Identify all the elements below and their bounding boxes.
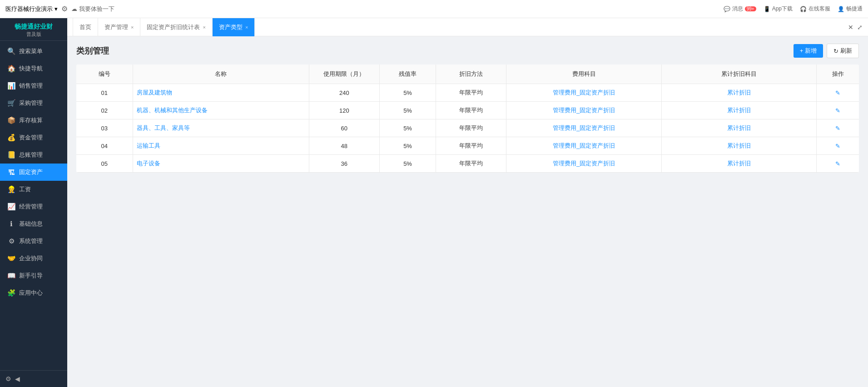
sidebar-item-系统管理[interactable]: ⚙系统管理	[0, 233, 67, 250]
tab-close-icon[interactable]: ×	[203, 25, 205, 30]
sidebar-item-资金管理[interactable]: 💰资金管理	[0, 129, 67, 146]
tab-label: 资产类型	[219, 23, 243, 31]
user-profile-button[interactable]: 👤 畅捷通	[838, 5, 863, 13]
tab-label: 固定资产折旧统计表	[147, 23, 200, 31]
sidebar-item-搜索菜单[interactable]: 🔍搜索菜单	[0, 43, 67, 60]
settings-icon[interactable]: ⚙	[61, 5, 68, 13]
sidebar-item-快捷导航[interactable]: 🏠快捷导航	[0, 60, 67, 77]
table-row: 03 器具、工具、家具等 60 5% 年限平均 管理费用_固定资产折旧 累计折旧…	[76, 119, 859, 137]
tab-close-icon[interactable]: ×	[245, 25, 248, 30]
th-expense: 费用科目	[506, 64, 661, 84]
sidebar-item-应用中心[interactable]: 🧩应用中心	[0, 284, 67, 302]
table-row: 01 房屋及建筑物 240 5% 年限平均 管理费用_固定资产折旧 累计折旧 ✎	[76, 84, 859, 102]
th-name: 名称	[133, 64, 309, 84]
cell-accum: 累计折旧	[661, 102, 816, 119]
close-tab-icon[interactable]: ✕	[848, 24, 853, 31]
cloud-icon: ☁	[71, 5, 77, 12]
th-code: 编号	[76, 64, 133, 84]
customer-service-button[interactable]: 🎧 在线客服	[800, 5, 830, 13]
cell-expense: 管理费用_固定资产折旧	[506, 155, 661, 173]
app-download-button[interactable]: 📱 App下载	[764, 5, 793, 13]
cell-residual: 5%	[379, 102, 436, 119]
company-name: 医疗器械行业演示	[5, 5, 53, 13]
cell-period: 60	[309, 119, 379, 137]
cell-method: 年限平均	[436, 102, 506, 119]
messages-button[interactable]: 💬 消息 99+	[724, 5, 756, 13]
edit-icon[interactable]: ✎	[835, 160, 840, 167]
sidebar-collapse-icon[interactable]: ◀	[15, 375, 20, 382]
sidebar-item-企业协同[interactable]: 🤝企业协同	[0, 250, 67, 267]
table-row: 05 电子设备 36 5% 年限平均 管理费用_固定资产折旧 累计折旧 ✎	[76, 155, 859, 173]
cell-name[interactable]: 运输工具	[133, 137, 309, 155]
sidebar-item-总账管理[interactable]: 📒总账管理	[0, 146, 67, 164]
message-icon: 💬	[724, 6, 730, 12]
expand-tab-icon[interactable]: ⤢	[857, 24, 863, 31]
topbar-right: 💬 消息 99+ 📱 App下载 🎧 在线客服 👤 畅捷通	[724, 5, 863, 13]
table-row: 02 机器、机械和其他生产设备 120 5% 年限平均 管理费用_固定资产折旧 …	[76, 102, 859, 119]
cell-action[interactable]: ✎	[817, 137, 859, 155]
sidebar-item-label: 库存核算	[19, 116, 43, 124]
sidebar-icon: 💰	[7, 134, 15, 142]
sidebar-item-固定资产[interactable]: 🏗固定资产	[0, 164, 67, 181]
sidebar-item-label: 搜索菜单	[19, 47, 43, 55]
sidebar-item-label: 系统管理	[19, 237, 43, 245]
sidebar-item-基础信息[interactable]: ℹ基础信息	[0, 215, 67, 233]
cell-residual: 5%	[379, 84, 436, 102]
trial-button[interactable]: ☁ 我要体验一下	[71, 5, 114, 13]
tab-资产类型[interactable]: 资产类型×	[213, 18, 255, 36]
cell-accum: 累计折旧	[661, 155, 816, 173]
cell-expense: 管理费用_固定资产折旧	[506, 137, 661, 155]
sidebar-item-新手引导[interactable]: 📖新手引导	[0, 267, 67, 284]
sidebar-item-label: 快捷导航	[19, 64, 43, 73]
cell-accum: 累计折旧	[661, 137, 816, 155]
sidebar-settings-icon[interactable]: ⚙	[5, 375, 11, 382]
table-row: 04 运输工具 48 5% 年限平均 管理费用_固定资产折旧 累计折旧 ✎	[76, 137, 859, 155]
tab-资产管理[interactable]: 资产管理×	[98, 18, 140, 36]
cell-action[interactable]: ✎	[817, 102, 859, 119]
cell-residual: 5%	[379, 155, 436, 173]
phone-icon: 📱	[764, 6, 770, 12]
cell-code: 02	[76, 102, 133, 119]
content-area: 首页资产管理×固定资产折旧统计表×资产类型× ✕ ⤢ 类别管理 + 新增 ↻ 刷…	[67, 18, 868, 387]
sidebar-item-工资[interactable]: 👷工资	[0, 181, 67, 198]
cell-code: 03	[76, 119, 133, 137]
tab-close-icon[interactable]: ×	[131, 25, 134, 30]
company-selector[interactable]: 医疗器械行业演示 ▾	[5, 5, 58, 13]
cell-name[interactable]: 机器、机械和其他生产设备	[133, 102, 309, 119]
tab-首页[interactable]: 首页	[73, 18, 98, 36]
cell-name[interactable]: 器具、工具、家具等	[133, 119, 309, 137]
page-actions: + 新增 ↻ 刷新	[794, 44, 859, 58]
edit-icon[interactable]: ✎	[835, 107, 840, 114]
cell-accum: 累计折旧	[661, 84, 816, 102]
topbar: 医疗器械行业演示 ▾ ⚙ ☁ 我要体验一下 💬 消息 99+ 📱 App下载 🎧…	[0, 0, 868, 18]
sidebar-item-库存核算[interactable]: 📦库存核算	[0, 112, 67, 129]
sidebar-item-label: 应用中心	[19, 289, 43, 297]
cell-name[interactable]: 电子设备	[133, 155, 309, 173]
th-residual: 残值率	[379, 64, 436, 84]
cell-expense: 管理费用_固定资产折旧	[506, 119, 661, 137]
new-button[interactable]: + 新增	[794, 44, 823, 58]
message-badge: 99+	[745, 6, 756, 11]
cell-action[interactable]: ✎	[817, 119, 859, 137]
sidebar-item-label: 固定资产	[19, 168, 43, 176]
edit-icon[interactable]: ✎	[835, 89, 840, 96]
tab-固定资产折旧统计表[interactable]: 固定资产折旧统计表×	[140, 18, 212, 36]
cell-period: 120	[309, 102, 379, 119]
refresh-button[interactable]: ↻ 刷新	[827, 44, 859, 58]
cell-name[interactable]: 房屋及建筑物	[133, 84, 309, 102]
sidebar-item-label: 工资	[19, 185, 31, 194]
sidebar-icon: 📊	[7, 82, 15, 90]
tab-actions: ✕ ⤢	[848, 24, 863, 31]
sidebar-item-经营管理[interactable]: 📈经营管理	[0, 198, 67, 215]
sidebar-item-采购管理[interactable]: 🛒采购管理	[0, 94, 67, 112]
sidebar-item-label: 采购管理	[19, 99, 43, 107]
edit-icon[interactable]: ✎	[835, 143, 840, 149]
sidebar-icon: 🤝	[7, 254, 15, 263]
th-accum: 累计折旧科目	[661, 64, 816, 84]
cell-action[interactable]: ✎	[817, 155, 859, 173]
cell-accum: 累计折旧	[661, 119, 816, 137]
cell-action[interactable]: ✎	[817, 84, 859, 102]
sidebar-item-销售管理[interactable]: 📊销售管理	[0, 77, 67, 94]
sidebar-icon: 🛒	[7, 99, 15, 107]
edit-icon[interactable]: ✎	[835, 125, 840, 132]
